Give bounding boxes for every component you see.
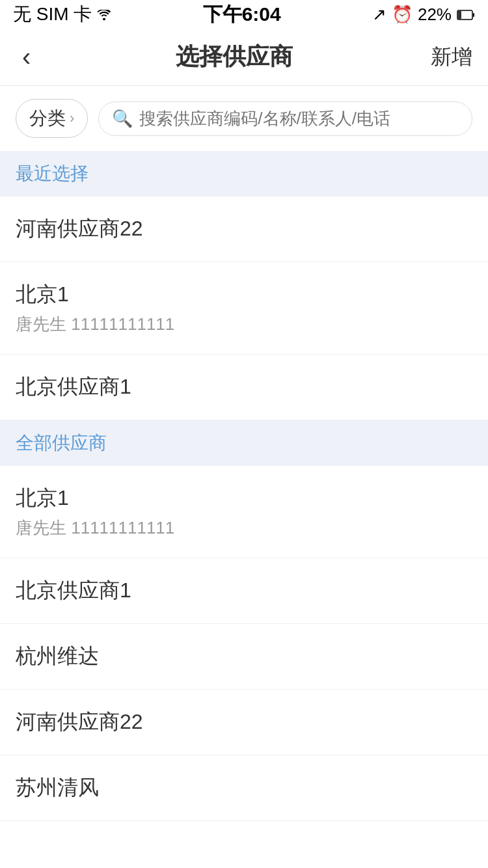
recent-section-header: 最近选择 (0, 151, 488, 197)
new-add-button[interactable]: 新增 (431, 43, 472, 72)
chevron-right-icon: › (70, 110, 74, 127)
alarm-icon: ⏰ (392, 5, 413, 25)
status-bar: 无 SIM 卡 下午6:04 ↗ ⏰ 22% (0, 0, 488, 29)
status-right: ↗ ⏰ 22% (372, 5, 475, 25)
list-item[interactable]: 苏州清风 (0, 755, 488, 821)
back-button[interactable]: ‹ (16, 36, 37, 78)
item-name: 北京供应商1 (16, 576, 472, 605)
svg-rect-1 (458, 11, 461, 19)
item-name: 杭州维达 (16, 642, 472, 671)
nav-bar: ‹ 选择供应商 新增 (0, 29, 488, 86)
list-item[interactable]: 北京供应商1 (0, 355, 488, 420)
battery-label: 22% (418, 5, 452, 25)
list-item[interactable]: 河南供应商22 (0, 197, 488, 262)
item-name: 北京1 (16, 484, 472, 513)
item-sub: 唐先生 11111111111 (16, 313, 472, 336)
item-name: 北京供应商1 (16, 373, 472, 401)
list-item[interactable]: 北京1唐先生 11111111111 (0, 466, 488, 558)
item-sub: 唐先生 11111111111 (16, 517, 472, 539)
list-item[interactable]: 河南供应商22 (0, 690, 488, 755)
svg-rect-2 (473, 13, 474, 17)
list-item[interactable]: 杭州维达 (0, 624, 488, 690)
all-section-header: 全部供应商 (0, 420, 488, 466)
status-left: 无 SIM 卡 (13, 2, 111, 27)
no-sim-label: 无 SIM 卡 (13, 2, 92, 27)
location-icon: ↗ (372, 5, 386, 25)
battery-icon (457, 5, 475, 25)
page-title: 选择供应商 (176, 41, 293, 73)
item-name: 河南供应商22 (16, 215, 472, 243)
category-button[interactable]: 分类 › (16, 99, 88, 138)
category-label: 分类 (29, 106, 66, 131)
search-box: 🔍 (98, 102, 472, 136)
search-icon: 🔍 (112, 109, 133, 129)
all-list: 北京1唐先生 11111111111北京供应商1杭州维达河南供应商22苏州清风 (0, 466, 488, 821)
item-name: 苏州清风 (16, 774, 472, 802)
wifi-icon (97, 4, 111, 25)
item-name: 河南供应商22 (16, 708, 472, 737)
search-input[interactable] (139, 109, 459, 129)
status-time: 下午6:04 (203, 1, 281, 28)
list-item[interactable]: 北京1唐先生 11111111111 (0, 262, 488, 355)
filter-bar: 分类 › 🔍 (0, 86, 488, 151)
recent-list: 河南供应商22北京1唐先生 11111111111北京供应商1 (0, 197, 488, 420)
item-name: 北京1 (16, 280, 472, 309)
list-item[interactable]: 北京供应商1 (0, 558, 488, 624)
